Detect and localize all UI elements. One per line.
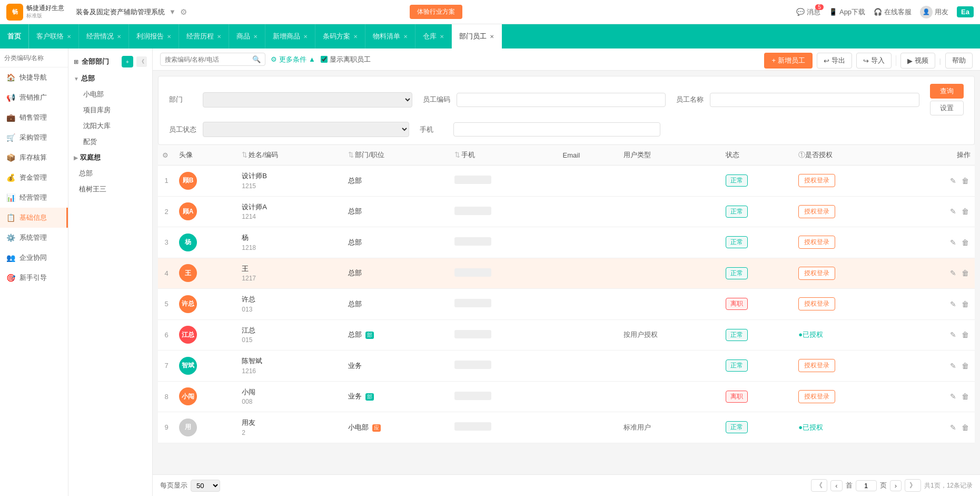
- auth-login-btn[interactable]: 授权登录: [798, 205, 835, 218]
- edit-icon[interactable]: ✎: [950, 207, 956, 216]
- nav-item-history[interactable]: 经营历程 ✕: [179, 24, 229, 48]
- delete-icon[interactable]: 🗑: [962, 330, 969, 339]
- nav-item-warehouse[interactable]: 仓库 ✕: [415, 24, 452, 48]
- close-icon[interactable]: ✕: [117, 34, 121, 40]
- delete-icon[interactable]: 🗑: [962, 207, 969, 216]
- dept-item-project[interactable]: 项目库房: [68, 102, 152, 118]
- page-size-select[interactable]: 50 100: [191, 480, 220, 492]
- edit-icon[interactable]: ✎: [950, 392, 956, 401]
- edit-icon[interactable]: ✎: [950, 362, 956, 370]
- employee-status-select[interactable]: [203, 122, 409, 137]
- th-phone[interactable]: ⇅手机: [450, 145, 558, 166]
- dept-item-zongbu[interactable]: 总部: [68, 166, 152, 181]
- sidebar-item-purchase[interactable]: 🛒 采购管理: [0, 128, 68, 148]
- auth-login-btn[interactable]: 授权登录: [798, 359, 835, 372]
- dept-group-head-shuang[interactable]: ▶ 双庭想: [68, 150, 152, 166]
- close-icon[interactable]: ✕: [253, 34, 258, 40]
- close-icon[interactable]: ✕: [167, 34, 171, 40]
- delete-icon[interactable]: 🗑: [962, 392, 969, 401]
- dept-collapse-btn[interactable]: 《: [136, 56, 147, 67]
- sidebar-search-input[interactable]: [4, 54, 68, 62]
- close-icon[interactable]: ✕: [217, 34, 221, 40]
- search-btn-icon[interactable]: 🔍: [252, 55, 261, 63]
- employee-code-input[interactable]: [457, 93, 666, 107]
- first-page-btn[interactable]: 《: [811, 479, 827, 492]
- online-service-btn[interactable]: 🎧 在线客服: [874, 7, 912, 17]
- sidebar-item-enterprise[interactable]: 👥 企业协同: [0, 248, 68, 268]
- view-btn[interactable]: ▶ 视频: [900, 53, 935, 69]
- edit-icon[interactable]: ✎: [950, 269, 956, 277]
- export-btn[interactable]: ↩ 导出: [817, 53, 852, 69]
- dept-item-shenyang[interactable]: 沈阳大库: [68, 118, 152, 134]
- info-icon[interactable]: ①: [798, 151, 805, 159]
- nav-item-customers[interactable]: 客户联络 ✕: [29, 24, 79, 48]
- app-download-btn[interactable]: 📱 App下载: [829, 7, 865, 17]
- delete-icon[interactable]: 🗑: [962, 269, 969, 277]
- auth-login-btn[interactable]: 授权登录: [798, 236, 835, 249]
- th-dept-position[interactable]: ⇅部门/职位: [344, 145, 450, 166]
- search-btn[interactable]: 查询: [930, 84, 964, 99]
- sidebar-item-business[interactable]: 📊 经营管理: [0, 188, 68, 208]
- edit-icon[interactable]: ✎: [950, 238, 956, 247]
- delete-icon[interactable]: 🗑: [962, 177, 969, 185]
- delete-icon[interactable]: 🗑: [962, 423, 969, 432]
- dept-item-zhishu[interactable]: 植树王三: [68, 181, 152, 197]
- prev-page-btn[interactable]: ‹: [830, 480, 842, 491]
- sidebar-item-quick-nav[interactable]: 🏠 快捷导航: [0, 67, 68, 87]
- nav-item-dept-employee[interactable]: 部门员工 ✕: [452, 24, 502, 48]
- auth-login-btn[interactable]: 授权登录: [798, 267, 835, 280]
- set-btn[interactable]: 设置: [930, 101, 964, 115]
- page-input[interactable]: [856, 480, 877, 491]
- delete-icon[interactable]: 🗑: [962, 238, 969, 247]
- nav-item-goods[interactable]: 商品 ✕: [229, 24, 265, 48]
- next-page-btn[interactable]: ›: [890, 480, 902, 491]
- search-input[interactable]: [165, 56, 249, 63]
- dept-add-btn[interactable]: +: [122, 56, 133, 67]
- close-icon[interactable]: ✕: [440, 34, 444, 40]
- edit-icon[interactable]: ✎: [950, 177, 956, 185]
- close-icon[interactable]: ✕: [403, 34, 408, 40]
- help-btn[interactable]: 帮助: [945, 53, 973, 69]
- sidebar-item-system[interactable]: ⚙️ 系统管理: [0, 228, 68, 248]
- auth-login-btn[interactable]: 授权登录: [798, 174, 835, 187]
- sidebar-item-finance[interactable]: 💰 资金管理: [0, 168, 68, 188]
- close-icon[interactable]: ✕: [67, 34, 71, 40]
- auth-login-btn[interactable]: 授权登录: [798, 297, 835, 310]
- add-employee-btn[interactable]: + 新增员工: [764, 53, 812, 69]
- message-btn[interactable]: 💬 消息 5: [796, 7, 820, 17]
- table-settings-icon[interactable]: ⚙: [162, 151, 169, 159]
- sidebar-item-sales[interactable]: 💼 销售管理: [0, 108, 68, 128]
- dept-group-head-corp[interactable]: ▼ 总部: [68, 71, 152, 86]
- nav-item-operations[interactable]: 经营情况 ✕: [79, 24, 129, 48]
- import-btn[interactable]: ↪ 导入: [856, 53, 892, 69]
- trial-btn[interactable]: 体验行业方案: [410, 5, 462, 19]
- dept-item-xiaodian[interactable]: 小电部: [68, 86, 152, 102]
- dept-select[interactable]: [203, 92, 412, 108]
- phone-input[interactable]: [453, 122, 660, 137]
- sidebar-item-guide[interactable]: 🎯 新手引导: [0, 268, 68, 288]
- sidebar-item-inventory[interactable]: 📦 库存核算: [0, 148, 68, 168]
- dept-item-distribution[interactable]: 配货: [68, 134, 152, 150]
- user-btn[interactable]: 👤 用友: [920, 6, 948, 18]
- nav-item-bom[interactable]: 物料清单 ✕: [365, 24, 415, 48]
- th-name-code[interactable]: ⇅姓名/编码: [237, 145, 344, 166]
- close-icon[interactable]: ✕: [303, 34, 308, 40]
- close-icon[interactable]: ✕: [353, 34, 358, 40]
- last-page-btn[interactable]: 》: [905, 479, 921, 492]
- nav-item-profit[interactable]: 利润报告 ✕: [129, 24, 179, 48]
- edit-icon[interactable]: ✎: [950, 300, 956, 308]
- auth-login-btn[interactable]: 授权登录: [798, 390, 835, 403]
- employee-name-input[interactable]: [710, 93, 919, 107]
- delete-icon[interactable]: 🗑: [962, 300, 969, 308]
- chevron-down-icon[interactable]: ▼: [169, 8, 176, 16]
- delete-icon[interactable]: 🗑: [962, 362, 969, 370]
- nav-item-barcode[interactable]: 条码方案 ✕: [315, 24, 365, 48]
- edit-icon[interactable]: ✎: [950, 330, 956, 339]
- sidebar-item-marketing[interactable]: 📢 营销推广: [0, 87, 68, 108]
- nav-item-add-goods[interactable]: 新增商品 ✕: [265, 24, 315, 48]
- sidebar-item-base-info[interactable]: 📋 基础信息: [0, 208, 68, 228]
- show-resigned-checkbox[interactable]: [321, 56, 328, 63]
- settings-icon[interactable]: ⚙: [180, 7, 187, 17]
- more-conditions-btn[interactable]: ⚙ 更多条件 ▲: [271, 55, 315, 64]
- close-active-icon[interactable]: ✕: [490, 34, 494, 40]
